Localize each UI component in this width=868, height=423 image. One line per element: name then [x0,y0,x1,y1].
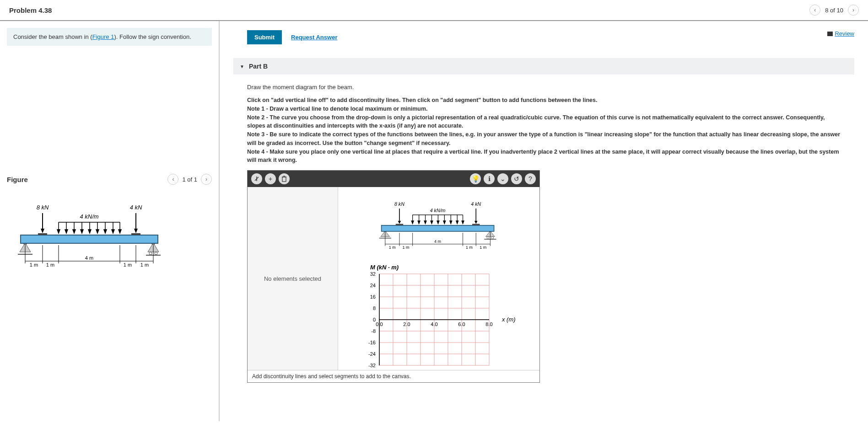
svg-text:1 m: 1 m [30,262,38,268]
svg-text:8 kN: 8 kN [394,201,404,207]
svg-text:M (kN · m): M (kN · m) [370,264,399,271]
svg-text:4 m: 4 m [85,255,93,261]
review-link[interactable]: Review [827,30,854,37]
svg-rect-10 [131,233,140,235]
svg-text:0.0: 0.0 [376,321,383,327]
svg-text:-8: -8 [371,328,376,334]
svg-text:1 m: 1 m [140,262,149,268]
svg-marker-70 [398,221,401,224]
svg-marker-12 [41,229,44,233]
left-panel: Consider the beam shown in (Figure 1). F… [0,21,220,421]
svg-point-64 [491,236,494,239]
svg-text:24: 24 [370,283,376,288]
svg-text:0: 0 [373,317,376,322]
caret-down-icon: ▼ [240,64,244,69]
svg-rect-68 [472,224,480,225]
hint-tool[interactable]: 💡 [470,173,481,184]
svg-marker-77 [411,221,414,224]
problem-statement: Consider the beam shown in (Figure 1). F… [7,28,212,46]
svg-marker-79 [418,221,420,224]
svg-text:4.0: 4.0 [431,321,437,327]
svg-text:1 m: 1 m [46,262,54,268]
svg-text:1 m: 1 m [389,245,396,250]
request-answer-link[interactable]: Request Answer [291,34,337,41]
figure-position: 1 of 1 [182,176,197,183]
figure-title: Figure [7,176,28,183]
part-title: Part B [249,63,268,70]
svg-marker-21 [65,230,68,233]
svg-marker-93 [462,221,464,224]
svg-marker-91 [456,221,458,224]
dropdown-tool[interactable]: ⌄ [497,173,508,184]
task-notes: Click on "add vertical line off" to add … [247,96,841,165]
svg-marker-89 [450,221,452,224]
info-tool[interactable]: ℹ [484,173,495,184]
svg-text:8: 8 [373,305,376,311]
vertical-line-tool[interactable] [251,173,262,184]
svg-marker-29 [96,230,99,233]
svg-text:8.0: 8.0 [485,321,492,327]
svg-marker-85 [437,221,439,224]
delete-tool[interactable] [279,173,290,184]
svg-text:6.0: 6.0 [458,321,465,327]
svg-marker-87 [443,221,446,224]
problem-nav: ‹ 8 of 10 › [809,5,859,16]
svg-marker-27 [88,230,91,233]
editor-toolbar: + 💡 ℹ ⌄ ↺ ? [248,171,539,187]
editor-canvas[interactable]: 8 kN 4 kN [338,187,539,370]
figure-link[interactable]: Figure 1 [92,33,114,40]
svg-text:-16: -16 [368,340,376,345]
svg-marker-15 [134,229,138,233]
svg-marker-81 [424,221,426,224]
reset-tool[interactable]: ↺ [511,173,522,184]
svg-text:32: 32 [370,271,376,277]
page-header: Problem 4.38 ‹ 8 of 10 › [0,0,868,21]
svg-text:-32: -32 [368,363,376,368]
svg-text:4 m: 4 m [434,239,441,244]
figure-header: Figure ‹ 1 of 1 › [7,174,212,185]
svg-rect-66 [382,225,494,231]
svg-text:x (m): x (m) [501,316,516,323]
right-panel: Review Submit Request Answer ▼ Part B Dr… [220,21,868,421]
svg-marker-31 [104,230,107,233]
svg-text:2.0: 2.0 [403,321,410,327]
add-segment-tool[interactable]: + [265,173,276,184]
editor-footer: Add discontinuity lines and select segme… [248,370,539,382]
svg-text:16: 16 [370,294,376,300]
problem-position: 8 of 10 [825,7,843,14]
next-figure-button[interactable]: › [201,174,212,185]
task-instruction: Draw the moment diagram for the beam. [247,84,841,91]
svg-text:1 m: 1 m [480,245,486,250]
problem-title: Problem 4.38 [9,6,52,14]
svg-text:8 kN: 8 kN [37,204,49,211]
help-tool[interactable]: ? [525,173,536,184]
svg-marker-83 [431,221,433,224]
flag-icon [827,32,833,36]
svg-text:4 kN/m: 4 kN/m [430,208,446,213]
svg-marker-23 [73,230,75,233]
svg-point-63 [487,236,489,239]
svg-point-5 [149,252,152,255]
beam-figure: 8 kN 4 kN 4 kN/m [7,190,172,273]
svg-rect-67 [396,224,403,225]
figure-nav: ‹ 1 of 1 › [167,174,212,185]
svg-rect-9 [38,233,47,235]
svg-point-6 [155,252,157,255]
svg-text:-24: -24 [368,351,376,357]
selection-status: No elements selected [264,275,321,282]
prev-figure-button[interactable]: ‹ [167,174,178,185]
svg-marker-33 [112,230,114,233]
svg-text:1 m: 1 m [466,245,473,250]
graph-editor: + 💡 ℹ ⌄ ↺ ? No elements selected [247,170,540,383]
svg-rect-55 [282,177,286,182]
svg-text:1 m: 1 m [124,262,132,268]
prev-problem-button[interactable]: ‹ [809,5,820,16]
editor-sidebar: No elements selected [248,187,338,370]
svg-text:4 kN: 4 kN [471,201,481,207]
svg-marker-73 [474,221,478,224]
svg-text:1 m: 1 m [402,245,409,250]
part-header[interactable]: ▼ Part B [233,58,854,75]
submit-button[interactable]: Submit [247,30,282,44]
svg-marker-25 [81,230,83,233]
next-problem-button[interactable]: › [848,5,859,16]
